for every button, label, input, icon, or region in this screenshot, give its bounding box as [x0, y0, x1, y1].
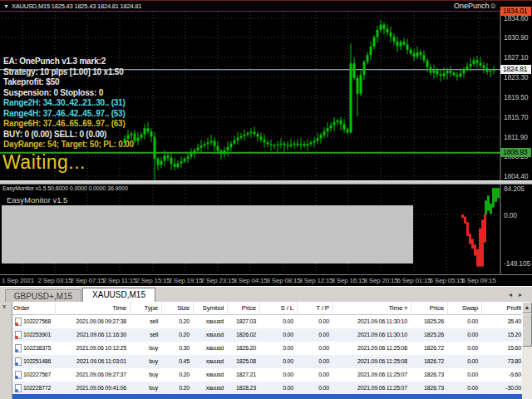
- price-tick-label: 1804.40: [504, 172, 528, 180]
- buy-order-icon: [15, 357, 22, 366]
- scrollbar-thumb[interactable]: [522, 313, 532, 347]
- price-tick-label: 1815.70: [504, 113, 528, 121]
- easymonitor-panel: [2, 205, 413, 264]
- indicator-values-label: EasyMonitor v1.5 50.6000 0.0000 0.0000 3…: [2, 185, 128, 191]
- terminal-trade-table: OrderTimeTypeSizeSymbolPriceS / LT / PTi…: [0, 302, 532, 399]
- candlestick-series: [124, 20, 495, 180]
- table-row[interactable]: 1022287722021.09.06 09:41:06buy0.20xauus…: [12, 382, 522, 395]
- cell-price2: 1826.73: [402, 382, 444, 395]
- price-tick-label: 1811.90: [504, 133, 528, 141]
- table-scrollbar[interactable]: ▲: [522, 302, 532, 399]
- column-header-time2[interactable]: Time ▿: [339, 302, 407, 315]
- ea-comment-line: Takeprofit: $50: [3, 77, 59, 86]
- cell-price: 1827.03: [214, 315, 256, 328]
- green-line-price-tag: 1808.93: [500, 148, 531, 157]
- cell-swap: 0.00: [445, 328, 478, 342]
- ea-smiley-badge[interactable]: OnePunch☺: [454, 2, 497, 10]
- upper-line-price-tag: 1834.01: [500, 7, 531, 16]
- tab-xauusd[interactable]: XAUUSD,M15: [82, 288, 155, 303]
- cell-price: 1827.21: [214, 368, 256, 382]
- cell-swap: 0.00: [445, 368, 478, 382]
- cell-type: sell: [133, 315, 158, 328]
- cell-profit: -30.00: [480, 382, 521, 395]
- cell-time: 2021.09.06 09:27:38: [58, 315, 126, 328]
- table-row[interactable]: 1022539012021.09.06 11:16:30sell0.20xauu…: [12, 328, 522, 342]
- selected-row-highlight[interactable]: [12, 394, 522, 399]
- cell-price2: 1826.73: [402, 368, 444, 382]
- price-tick-label: 1819.50: [504, 93, 528, 101]
- cell-time: 2021.09.06 09:41:06: [58, 382, 126, 395]
- cell-tp: 0.00: [296, 328, 329, 342]
- table-row[interactable]: 1022275672021.09.06 09:27:37buy0.20xauus…: [12, 368, 522, 382]
- cell-profit: 15.60: [480, 342, 521, 355]
- tab-scroll-right-icon[interactable]: ▸: [519, 291, 522, 298]
- cell-time2: 2021.09.06 11:25:07: [339, 382, 407, 395]
- cell-sl: 0.00: [260, 355, 293, 368]
- column-header-tp[interactable]: T / P: [296, 302, 329, 315]
- bid-price-tag: 1824.81: [500, 65, 531, 74]
- scroll-up-icon[interactable]: ▲: [522, 302, 532, 313]
- column-header-price2[interactable]: Price: [402, 302, 444, 315]
- ea-comment-line: Suspension: 0 Stoploss: 0: [3, 88, 103, 97]
- tab-gbpusd[interactable]: GBPUSD+,M15: [5, 289, 81, 303]
- column-header-profit[interactable]: Profit: [480, 302, 521, 315]
- price-tick-label: 1827.10: [504, 53, 528, 62]
- table-row[interactable]: 1022383752021.09.06 10:12:25buy0.30xauus…: [12, 342, 522, 355]
- sub-tick-label: -149.105: [504, 259, 530, 268]
- chart-title: XAUUSD,M15 1825.43 1825.43 1824.81 1824.…: [12, 2, 141, 10]
- sub-tick-label: 0.00: [504, 211, 517, 219]
- cell-time2: 2021.09.06 11:25:08: [339, 342, 407, 355]
- cell-type: buy: [133, 355, 158, 368]
- cell-sl: 0.00: [260, 382, 293, 395]
- cell-swap: 0.00: [445, 315, 478, 328]
- column-header-price[interactable]: Price: [214, 302, 256, 315]
- easymonitor-series: [461, 188, 500, 266]
- window-menu-icon[interactable]: ▼: [3, 2, 9, 11]
- cell-sl: 0.00: [260, 315, 293, 328]
- column-header-swap[interactable]: Swap: [445, 302, 478, 315]
- column-header-sl[interactable]: S / L: [260, 302, 293, 315]
- sell-order-icon: [15, 331, 22, 339]
- chart-tab-bar: GBPUSD+,M15 XAUUSD,M15 ◂ ▸: [0, 286, 532, 302]
- table-row[interactable]: 1022514862021.09.06 11:03:01buy0.45xauus…: [12, 355, 522, 368]
- close-icon[interactable]: x: [2, 303, 6, 310]
- tab-scroll-left-icon[interactable]: ◂: [509, 291, 512, 298]
- cell-type: buy: [133, 382, 158, 395]
- easymonitor-title: EasyMonitor v1.5: [7, 195, 67, 204]
- cell-price2: 1826.72: [402, 342, 444, 355]
- time-tick-label: 1 Sep 2021: [2, 277, 34, 284]
- ea-comment-line: DayRange: 54; Target: 50; PL: 0.00: [3, 140, 134, 149]
- cell-price2: 1825.26: [402, 315, 444, 328]
- cell-type: buy: [133, 342, 158, 355]
- cell-time: 2021.09.06 11:03:01: [58, 355, 126, 368]
- table-row[interactable]: 1022275682021.09.06 09:27:38sell0.20xauu…: [12, 315, 522, 328]
- cell-time: 2021.09.06 09:27:37: [58, 368, 126, 382]
- cell-price: 1825.08: [214, 355, 256, 368]
- cell-profit: -9.60: [480, 368, 521, 382]
- cell-price: 1826.02: [214, 328, 256, 342]
- sub-tick-label: 84.205: [504, 185, 525, 193]
- cell-time2: 2021.09.06 11:30:10: [339, 328, 407, 342]
- cell-time2: 2021.09.06 11:30:10: [339, 315, 407, 328]
- column-header-time[interactable]: Time: [58, 302, 126, 315]
- cell-swap: 0.00: [445, 355, 478, 368]
- column-header-type[interactable]: Type: [133, 302, 158, 315]
- cell-sl: 0.00: [260, 368, 293, 382]
- cell-time2: 2021.09.06 11:25:07: [339, 368, 407, 382]
- cell-type: buy: [133, 368, 158, 382]
- cell-swap: 0.00: [445, 342, 478, 355]
- cell-price2: 1825.26: [402, 328, 444, 342]
- ea-comment-line: Range2H: 34..30..42..21..30.. (31): [3, 98, 126, 107]
- cell-tp: 0.00: [296, 355, 329, 368]
- subwindow-splitter[interactable]: [0, 180, 532, 185]
- buy-order-icon: [15, 384, 22, 392]
- ea-comment-line: Range6H: 37..46..65..69..97.. (63): [3, 119, 126, 128]
- cell-time2: 2021.09.06 11:25:08: [339, 355, 407, 368]
- cell-price: 1826.20: [214, 342, 256, 355]
- column-header-order[interactable]: Order: [13, 302, 63, 315]
- cell-profit: 35.40: [480, 315, 521, 328]
- cell-tp: 0.00: [296, 315, 329, 328]
- cell-tp: 0.00: [296, 368, 329, 382]
- cell-time: 2021.09.06 10:12:25: [58, 342, 126, 355]
- price-tick-label: 1830.90: [504, 33, 528, 42]
